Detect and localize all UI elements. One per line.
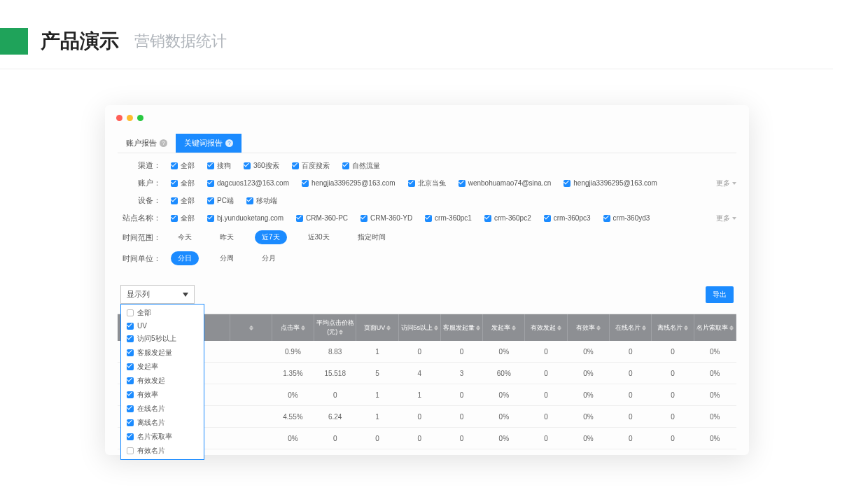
table-cell: 0 [440, 428, 482, 449]
column-toggle[interactable]: 全部 [121, 306, 204, 320]
sort-icon[interactable] [596, 326, 601, 330]
column-toggle[interactable]: 发起率 [121, 360, 204, 374]
radio-option[interactable]: 近7天 [255, 230, 287, 244]
filter-option[interactable]: dagcuos123@163.com [207, 179, 289, 187]
page-subtitle: 营销数据统计 [134, 31, 227, 52]
column-header[interactable]: 点击率 [272, 314, 314, 341]
column-header[interactable]: 有效发起 [525, 314, 567, 341]
filter-option[interactable]: 全部 [171, 178, 195, 188]
tab-keyword-report[interactable]: 关键词报告 ? [176, 134, 241, 153]
filter-option[interactable]: 自然流量 [342, 161, 380, 171]
table-cell: 0% [483, 384, 525, 406]
column-toggle[interactable]: 有效发起 [121, 374, 204, 388]
sort-icon[interactable] [339, 330, 343, 335]
sort-icon[interactable] [729, 326, 734, 330]
close-icon[interactable] [116, 115, 122, 121]
column-toggle[interactable]: 在线名片 [121, 402, 204, 416]
more-link[interactable]: 更多 [716, 178, 736, 188]
sort-icon[interactable] [684, 326, 688, 330]
more-link[interactable]: 更多 [716, 214, 736, 223]
filter-option[interactable]: 北京当兔 [408, 178, 446, 188]
filter-option[interactable]: crm-360pc2 [484, 214, 531, 222]
radio-option[interactable]: 今天 [171, 230, 199, 244]
radio-option[interactable]: 分月 [255, 251, 283, 265]
filter-option[interactable]: hengjia3396295@163.com [564, 179, 657, 187]
radio-option[interactable]: 近30天 [301, 230, 337, 244]
columns-dropdown-button[interactable]: 显示列 [120, 285, 195, 304]
tab-account-report[interactable]: 账户报告 ? [118, 134, 176, 153]
column-header[interactable]: 发起率 [483, 314, 525, 341]
table-cell: 0 [525, 406, 567, 428]
column-header[interactable]: 在线名片 [610, 314, 652, 341]
chevron-down-icon [732, 217, 736, 220]
filter-row-time-unit: 时间单位：分日分周分月 [118, 251, 736, 265]
radio-option[interactable]: 分周 [213, 251, 241, 265]
filter-option[interactable]: crm-360pc1 [425, 214, 472, 222]
column-toggle[interactable]: UV [121, 320, 204, 332]
help-icon[interactable]: ? [160, 139, 167, 147]
column-header[interactable] [230, 314, 272, 341]
sort-icon[interactable] [386, 326, 391, 330]
column-header[interactable]: 离线名片 [652, 314, 694, 341]
filter-option[interactable]: 360搜索 [244, 161, 279, 171]
column-toggle-label: 有效发起 [137, 376, 165, 386]
radio-option[interactable]: 分日 [171, 251, 199, 265]
table-cell [230, 384, 272, 406]
checkbox-icon [484, 215, 491, 222]
column-toggle-label: 客服发起量 [137, 348, 172, 358]
filter-option[interactable]: crm-360pc3 [544, 214, 591, 222]
column-toggle[interactable]: 有效名片 [121, 444, 204, 458]
checkbox-icon [425, 215, 432, 222]
column-header[interactable]: 平均点击价格(元) [314, 314, 356, 341]
filter-option[interactable]: CRM-360-YD [360, 214, 412, 222]
table-cell: 6.24 [314, 406, 356, 428]
minimize-icon[interactable] [127, 115, 133, 121]
filter-option[interactable]: 搜狗 [207, 161, 231, 171]
filter-row-site: 站点名称：全部bj.yunduoketang.comCRM-360-PCCRM-… [118, 213, 736, 223]
sort-icon[interactable] [557, 326, 561, 330]
help-icon[interactable]: ? [225, 139, 233, 147]
table-cell: 0% [567, 363, 609, 384]
table-cell: 0% [567, 384, 609, 406]
column-toggle[interactable]: 有效率 [121, 388, 204, 402]
column-header[interactable]: 名片索取率 [694, 314, 736, 341]
column-toggle[interactable]: 客服发起量 [121, 346, 204, 360]
table-cell: 0 [440, 341, 482, 363]
column-toggle[interactable]: 名片索取率 [121, 430, 204, 444]
filter-option-label: 自然流量 [352, 161, 380, 171]
checkbox-icon [544, 215, 551, 222]
filter-option[interactable]: bj.yunduoketang.com [207, 214, 284, 222]
radio-option[interactable]: 昨天 [213, 230, 241, 244]
filter-option[interactable]: PC端 [207, 196, 234, 206]
filter-option[interactable]: 移动端 [246, 196, 277, 206]
sort-icon[interactable] [249, 326, 253, 330]
table-cell: 0% [567, 428, 609, 449]
sort-icon[interactable] [512, 326, 516, 330]
caret-down-icon [183, 293, 188, 297]
filter-option[interactable]: hengjia3396295@163.com [302, 179, 396, 187]
column-header[interactable]: 有效率 [567, 314, 609, 341]
table-cell: 0 [440, 384, 482, 406]
filter-option[interactable]: 全部 [171, 196, 195, 206]
filter-option[interactable]: 全部 [171, 214, 195, 223]
column-toggle[interactable]: 访问5秒以上 [121, 332, 204, 346]
maximize-icon[interactable] [137, 115, 144, 121]
filter-option[interactable]: 全部 [171, 161, 195, 171]
more-label: 更多 [716, 214, 730, 223]
filter-option[interactable]: CRM-360-PC [296, 214, 348, 222]
sort-icon[interactable] [642, 326, 646, 330]
sort-icon[interactable] [434, 326, 438, 330]
column-header[interactable]: 访问5s以上 [398, 314, 440, 341]
radio-option[interactable]: 指定时间 [351, 230, 393, 244]
export-button[interactable]: 导出 [706, 286, 734, 303]
filter-option[interactable]: 百度搜索 [292, 161, 330, 171]
sort-icon[interactable] [476, 326, 480, 330]
sort-icon[interactable] [301, 326, 305, 330]
filter-option[interactable]: wenbohuamao74@sina.cn [458, 179, 552, 187]
column-toggle[interactable]: 离线名片 [121, 416, 204, 430]
checkbox-icon [171, 180, 178, 187]
filter-option[interactable]: crm-360yd3 [603, 214, 650, 222]
table-cell: 0 [356, 428, 398, 449]
column-header[interactable]: 页面UV [356, 314, 398, 341]
column-header[interactable]: 客服发起量 [440, 314, 482, 341]
